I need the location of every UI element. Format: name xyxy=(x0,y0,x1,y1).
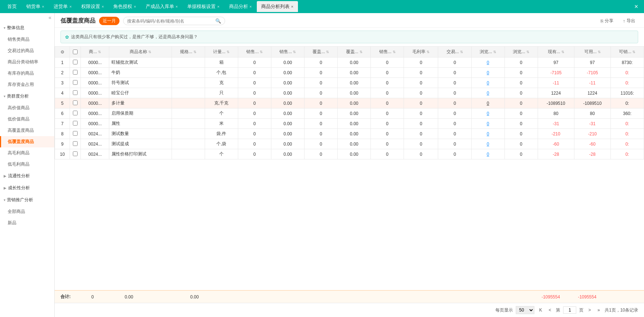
row-checkbox[interactable] xyxy=(73,60,78,64)
cell-browse1[interactable]: 0 xyxy=(471,98,504,108)
row-checkbox[interactable] xyxy=(73,121,78,126)
col-unit[interactable]: 计量...⇅ xyxy=(205,47,238,58)
sidebar-section-growth[interactable]: ▶ 成长性分析 xyxy=(0,182,54,194)
col-name[interactable]: 商品名称⇅ xyxy=(109,47,172,58)
nav-item-analysis-list[interactable]: 商品分析列表 × xyxy=(257,1,298,12)
sidebar-item-low-margin[interactable]: 低毛利商品 xyxy=(0,159,54,170)
close-icon[interactable]: × xyxy=(102,4,104,9)
cell-name[interactable]: 符号测试 xyxy=(109,78,172,88)
cell-checkbox[interactable] xyxy=(70,98,81,108)
col-gross-margin[interactable]: 毛利率⇅ xyxy=(404,47,438,58)
sidebar-collapse-button[interactable]: « xyxy=(0,13,54,22)
cell-checkbox[interactable] xyxy=(70,58,81,68)
nav-item-sales[interactable]: 销货单 × xyxy=(22,1,48,12)
col-sale-qty[interactable]: 销售...⇅ xyxy=(238,47,271,58)
period-button[interactable]: 近一月 xyxy=(99,17,119,25)
sidebar-item-high-coverage[interactable]: 高覆盖度商品 xyxy=(0,125,54,136)
cell-name[interactable]: 属性 xyxy=(109,119,172,129)
row-checkbox[interactable] xyxy=(73,111,78,115)
cell-browse1[interactable]: 0 xyxy=(471,129,504,139)
sidebar-item-all-goods[interactable]: 全部商品 xyxy=(0,206,54,217)
sidebar-item-low-value[interactable]: 低价值商品 xyxy=(0,114,54,125)
cell-browse1[interactable]: 0 xyxy=(471,139,504,149)
cell-browse1[interactable]: 0 xyxy=(471,119,504,129)
page-input[interactable] xyxy=(563,306,576,314)
row-checkbox[interactable] xyxy=(73,131,78,136)
nav-item-roles[interactable]: 角色授权 × xyxy=(109,1,140,12)
cell-checkbox[interactable] xyxy=(70,78,81,88)
cell-name[interactable]: 旺辅批次测试 xyxy=(109,58,172,68)
cell-name[interactable]: 牛奶 xyxy=(109,68,172,78)
nav-item-permissions[interactable]: 权限设置 × xyxy=(77,1,108,12)
col-sellable[interactable]: 可销...⇅ xyxy=(610,47,644,58)
sidebar-item-traded-goods[interactable]: 交易过的商品 xyxy=(0,45,54,56)
col-code[interactable]: 商...⇅ xyxy=(81,47,109,58)
cell-browse1[interactable]: 0 xyxy=(471,149,504,159)
close-icon[interactable]: × xyxy=(291,4,293,9)
col-settings[interactable]: ⚙ xyxy=(55,47,70,58)
cell-checkbox[interactable] xyxy=(70,68,81,78)
col-cover1[interactable]: 覆盖...⇅ xyxy=(304,47,337,58)
cell-browse1[interactable]: 0 xyxy=(471,108,504,119)
close-icon[interactable]: × xyxy=(250,4,252,9)
nav-item-home[interactable]: 首页 xyxy=(3,1,21,12)
cell-name[interactable]: 测试提成 xyxy=(109,139,172,149)
col-sale3[interactable]: 销售...⇅ xyxy=(371,47,404,58)
row-checkbox[interactable] xyxy=(73,100,78,105)
cell-name[interactable]: 属性价格打印测试 xyxy=(109,149,172,159)
close-icon[interactable]: × xyxy=(134,4,136,9)
row-checkbox[interactable] xyxy=(73,70,78,75)
sidebar-item-new-goods[interactable]: 新品 xyxy=(0,217,54,229)
sidebar-item-category-rate[interactable]: 商品分类动销率 xyxy=(0,56,54,68)
sidebar-item-high-margin[interactable]: 高毛利商品 xyxy=(0,147,54,159)
cell-browse1[interactable]: 0 xyxy=(471,58,504,68)
row-checkbox[interactable] xyxy=(73,80,78,85)
cell-name[interactable]: 睦宝公仔 xyxy=(109,88,172,98)
cell-name[interactable]: 多计量 xyxy=(109,98,172,108)
close-icon[interactable]: × xyxy=(69,4,71,9)
row-checkbox[interactable] xyxy=(73,90,78,95)
window-close-button[interactable]: × xyxy=(631,3,641,11)
sidebar-section-overall[interactable]: ▾ 整体信息 xyxy=(0,22,54,34)
sidebar-section-cluster[interactable]: ▾ 类群度分析 xyxy=(0,90,54,102)
first-page-button[interactable]: K xyxy=(537,307,544,313)
close-icon[interactable]: × xyxy=(42,4,44,9)
sidebar-item-in-stock[interactable]: 有库存的商品 xyxy=(0,68,54,79)
cell-checkbox[interactable] xyxy=(70,88,81,98)
sidebar-section-marketing[interactable]: ▾ 营销推广分析 xyxy=(0,194,54,206)
last-page-button[interactable]: » xyxy=(596,307,602,313)
close-icon[interactable]: × xyxy=(176,4,178,9)
sidebar-item-stock-capital[interactable]: 库存资金占用 xyxy=(0,79,54,90)
cell-name[interactable]: 测试数量 xyxy=(109,129,172,139)
export-button[interactable]: ↑ 导出 xyxy=(620,17,638,25)
sidebar-item-high-value[interactable]: 高价值商品 xyxy=(0,102,54,114)
nav-item-template[interactable]: 单据模板设置 × xyxy=(183,1,224,12)
cell-checkbox[interactable] xyxy=(70,149,81,159)
cell-browse1[interactable]: 0 xyxy=(471,88,504,98)
col-trade[interactable]: 交易...⇅ xyxy=(438,47,471,58)
nav-item-production[interactable]: 产成品入库单 × xyxy=(141,1,182,12)
cell-checkbox[interactable] xyxy=(70,139,81,149)
col-browse1[interactable]: 浏览...⇅ xyxy=(471,47,504,58)
cell-checkbox[interactable] xyxy=(70,129,81,139)
select-all-checkbox[interactable] xyxy=(73,49,78,54)
row-checkbox[interactable] xyxy=(73,151,78,156)
next-page-button[interactable]: > xyxy=(586,307,593,313)
col-available-stock[interactable]: 可用...⇅ xyxy=(574,47,610,58)
close-icon[interactable]: × xyxy=(217,4,219,9)
cell-name[interactable]: 启用保质期 xyxy=(109,108,172,119)
sidebar-section-liquidity[interactable]: ▶ 流通性分析 xyxy=(0,170,54,182)
col-spec[interactable]: 规格...⇅ xyxy=(172,47,205,58)
col-current-stock[interactable]: 现有...⇅ xyxy=(538,47,574,58)
col-browse2[interactable]: 浏览...⇅ xyxy=(504,47,538,58)
sidebar-item-low-coverage[interactable]: 低覆盖度商品 xyxy=(0,136,54,147)
share-button[interactable]: ⎘ 分享 xyxy=(598,17,616,25)
cell-checkbox[interactable] xyxy=(70,119,81,129)
prev-page-button[interactable]: < xyxy=(547,307,553,313)
cell-browse1[interactable]: 0 xyxy=(471,78,504,88)
search-input[interactable] xyxy=(127,19,213,24)
cell-checkbox[interactable] xyxy=(70,108,81,119)
col-sale-amount[interactable]: 销售...⇅ xyxy=(271,47,304,58)
settings-icon[interactable]: ⚙ xyxy=(60,49,64,55)
row-checkbox[interactable] xyxy=(73,141,78,146)
